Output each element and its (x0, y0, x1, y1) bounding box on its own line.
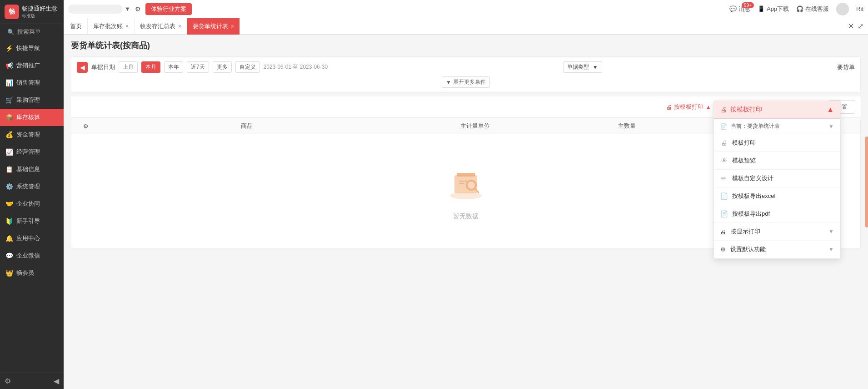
sidebar-item-basic[interactable]: 📋 基础信息 (0, 161, 64, 178)
user-avatar-item[interactable] (836, 3, 849, 15)
headset-icon: 🎧 (796, 5, 803, 12)
print-btn[interactable]: 🖨 按模板打印 ▲ (663, 101, 715, 113)
dropdown-item-template-print[interactable]: 🖨 模板打印 (714, 134, 840, 152)
close-window-icon[interactable]: ✕ (848, 22, 854, 30)
sidebar-item-label: 库存核算 (16, 113, 40, 121)
dropdown-close-icon[interactable]: ▲ (827, 106, 834, 114)
right-scrollbar[interactable] (865, 136, 868, 227)
template-print-label: 模板打印 (732, 139, 756, 147)
col-settings[interactable]: ⚙ (77, 123, 95, 130)
app-version: 标准版 (22, 13, 57, 19)
sidebar-item-wechat[interactable]: 💬 企业微信 (0, 247, 64, 264)
tab-inventory-batch-label: 库存批次账 (93, 22, 123, 30)
tab-order-stats[interactable]: 要货单统计表 × (187, 18, 240, 35)
sidebar-item-guide[interactable]: 🔰 新手引导 (0, 212, 64, 230)
trial-button[interactable]: 体验行业方案 (145, 3, 192, 15)
sidebar-item-appstore[interactable]: 🔔 应用中心 (0, 230, 64, 247)
collab-icon: 🤝 (5, 200, 14, 207)
quick-nav-icon: ⚡ (5, 45, 14, 52)
topbar: ▼ ⚙ 体验行业方案 💬 消息 99+ 📱 App下载 🎧 在线客服 Rit (64, 0, 868, 18)
tab-inventory-batch-close[interactable]: × (125, 23, 129, 30)
filter-expand-button[interactable]: ◀ (77, 62, 88, 73)
topbar-search-input[interactable] (68, 5, 123, 14)
dropdown-item-template-preview[interactable]: 👁 模板预览 (714, 152, 840, 170)
dropdown-item-template-custom[interactable]: ✏ 模板自定义设计 (714, 170, 840, 187)
maximize-window-icon[interactable]: ⤢ (858, 22, 863, 30)
member-icon: 👑 (5, 269, 14, 277)
date-btn-prev-month[interactable]: 上月 (119, 61, 138, 73)
tab-home[interactable]: 首页 (68, 18, 88, 35)
dropdown-item-export-excel[interactable]: 📄 按模板导出excel (714, 187, 840, 205)
sidebar-item-marketing[interactable]: 📢 营销推广 (0, 57, 64, 74)
sidebar-item-inventory[interactable]: 📦 库存核算 (0, 109, 64, 126)
current-template-icon: 📄 (720, 123, 727, 130)
sidebar-item-label: 企业微信 (16, 252, 40, 260)
sidebar-item-member[interactable]: 👑 畅会员 (0, 264, 64, 282)
sidebar-item-label: 系统管理 (16, 182, 40, 191)
dropdown-current-template[interactable]: 📄 当前：要货单统计表 ▼ (714, 119, 840, 134)
online-service-item[interactable]: 🎧 在线客服 (796, 5, 829, 13)
app-logo: 畅 畅捷通好生意 标准版 (0, 0, 64, 24)
collapse-icon[interactable]: ◀ (54, 377, 59, 385)
svg-point-4 (468, 182, 475, 189)
dropdown-title: 🖨 按模板打印 (720, 106, 762, 114)
topbar-gear-icon[interactable]: ⚙ (135, 5, 141, 13)
user-name: Rit (856, 5, 863, 12)
tab-maximize-area: ✕ ⤢ (848, 22, 863, 30)
print-btn-chevron: ▲ (705, 104, 711, 111)
topbar-dropdown-chevron[interactable]: ▼ (125, 5, 130, 12)
search-menu-label: 搜索菜单 (17, 28, 41, 36)
search-menu[interactable]: 🔍 搜索菜单 (0, 24, 64, 40)
topbar-right: 💬 消息 99+ 📱 App下载 🎧 在线客服 Rit (729, 3, 863, 15)
sidebar-item-finance[interactable]: 💰 资金管理 (0, 126, 64, 143)
date-btn-7days[interactable]: 近7天 (187, 61, 209, 73)
svg-rect-7 (459, 183, 464, 184)
date-btn-custom[interactable]: 自定义 (235, 61, 260, 73)
export-pdf-label: 按模板导出pdf (732, 210, 770, 218)
sidebar-item-collab[interactable]: 🤝 企业协同 (0, 195, 64, 212)
display-print-arrow: ▼ (828, 228, 834, 235)
app-name: 畅捷通好生意 (22, 5, 57, 13)
app-download-item[interactable]: 📱 App下载 (758, 5, 789, 13)
dropdown-item-display-print[interactable]: 🖨 按显示打印 ▼ (714, 223, 840, 241)
main-content: ▼ ⚙ 体验行业方案 💬 消息 99+ 📱 App下载 🎧 在线客服 Rit (64, 0, 868, 389)
sidebar-item-label: 新手引导 (16, 217, 40, 225)
template-preview-icon: 👁 (720, 157, 728, 164)
sidebar-item-label: 经营管理 (16, 148, 40, 156)
expand-more-button[interactable]: ▼ 展开更多条件 (442, 76, 490, 88)
finance-icon: 💰 (5, 131, 14, 138)
sidebar-item-label: 应用中心 (16, 234, 40, 242)
tab-receipts-summary[interactable]: 收发存汇总表 × (135, 18, 187, 35)
template-custom-icon: ✏ (720, 175, 728, 182)
dropdown-title-icon: 🖨 (720, 106, 727, 113)
sidebar-item-quick-nav[interactable]: ⚡ 快捷导航 (0, 40, 64, 57)
col-product: 商品 (95, 122, 399, 130)
svg-rect-6 (459, 181, 467, 182)
date-btn-current-month[interactable]: 本月 (141, 61, 160, 73)
sidebar-item-label: 资金管理 (16, 131, 40, 139)
dropdown-item-set-default[interactable]: ⚙ 设置默认功能 ▼ (714, 241, 840, 258)
sidebar-nav: ⚡ 快捷导航 📢 营销推广 📊 销售管理 🛒 采购管理 📦 库存核算 💰 资金管… (0, 40, 64, 373)
operations-icon: 📈 (5, 148, 14, 156)
settings-footer-icon[interactable]: ⚙ (5, 377, 11, 385)
type-select[interactable]: 单据类型 ▼ (563, 61, 602, 73)
expand-more-icon: ▼ (446, 79, 451, 86)
print-icon: 🖨 (666, 104, 672, 111)
tab-receipts-summary-close[interactable]: × (178, 23, 181, 30)
sidebar-item-operations[interactable]: 📈 经营管理 (0, 143, 64, 161)
message-item[interactable]: 💬 消息 99+ (729, 5, 750, 13)
dropdown-item-export-pdf[interactable]: 📄 按模板导出pdf (714, 205, 840, 223)
tab-inventory-batch[interactable]: 库存批次账 × (88, 18, 135, 35)
date-btn-current-year[interactable]: 本年 (164, 61, 183, 73)
tab-order-stats-close[interactable]: × (231, 23, 234, 30)
col-unit: 主计量单位 (399, 122, 551, 130)
expand-more-label: 展开更多条件 (453, 78, 486, 86)
avatar (836, 3, 849, 15)
date-btn-more[interactable]: 更多 (213, 61, 232, 73)
date-range-display: 2023-06-01 至 2023-06-30 (264, 63, 328, 71)
wechat-icon: 💬 (5, 252, 14, 259)
sidebar-item-purchase[interactable]: 🛒 采购管理 (0, 91, 64, 109)
sidebar-item-system[interactable]: ⚙️ 系统管理 (0, 178, 64, 195)
sidebar-item-label: 销售管理 (16, 79, 40, 87)
sidebar-item-sales[interactable]: 📊 销售管理 (0, 74, 64, 91)
